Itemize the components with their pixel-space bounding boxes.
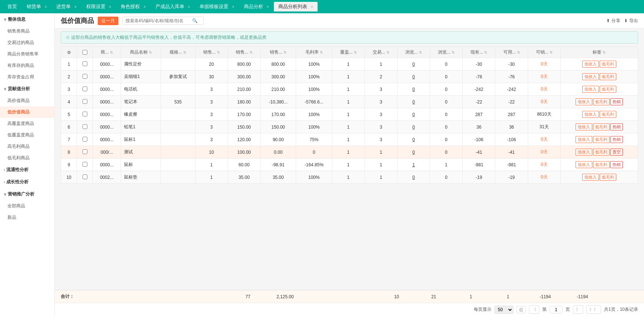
cell-browse1[interactable]: 0 [397, 133, 430, 146]
cell-checkbox[interactable] [77, 159, 93, 171]
col-coverage[interactable]: 覆盖... ⇅ [332, 47, 365, 58]
nav-purchase[interactable]: 进货单 × [52, 2, 81, 11]
row-checkbox[interactable] [83, 137, 87, 142]
cell-spec [161, 146, 195, 159]
col-saleable[interactable]: 可销... ⇅ [528, 47, 560, 58]
sidebar-item-new-goods[interactable]: 新品 [0, 212, 54, 223]
col-sales-qty[interactable]: 销售... ⇅ [195, 47, 228, 58]
row-checkbox[interactable] [83, 112, 87, 116]
sidebar-item-sales-goods[interactable]: 销售类商品 [0, 26, 54, 37]
cell-checkbox[interactable] [77, 121, 93, 133]
cell-browse1[interactable]: 0 [397, 171, 430, 184]
sidebar-item-low-value[interactable]: 低价值商品 [0, 106, 54, 118]
col-avail[interactable]: 可用... ⇅ [495, 47, 528, 58]
browse1-link[interactable]: 0 [412, 175, 415, 180]
first-page-btn[interactable]: ⟨⟨ [516, 306, 526, 313]
browse1-link[interactable]: 0 [412, 125, 415, 130]
per-page-select[interactable]: 50 100 200 [494, 306, 513, 314]
browse1-link[interactable]: 0 [412, 62, 415, 67]
search-input[interactable] [125, 18, 192, 23]
browse1-link[interactable]: 0 [412, 99, 415, 105]
sidebar-item-high-value[interactable]: 高价值商品 [0, 95, 54, 106]
sidebar-item-stock-goods[interactable]: 有库存的商品 [0, 60, 54, 71]
browse1-link[interactable]: 0 [412, 74, 415, 79]
export-btn[interactable]: ⬇ 导出 [624, 18, 638, 24]
cell-checkbox[interactable] [77, 83, 93, 96]
col-code[interactable]: 商... ⇅ [93, 47, 121, 58]
cell-checkbox[interactable] [77, 96, 93, 108]
row-checkbox[interactable] [83, 174, 87, 179]
col-spec[interactable]: 规格... ⇅ [161, 47, 195, 58]
row-checkbox[interactable] [83, 74, 87, 79]
select-all-checkbox[interactable] [83, 50, 87, 55]
cell-idx: 1 [61, 58, 77, 71]
cell-checkbox[interactable] [77, 108, 93, 121]
filter-period-btn[interactable]: 近一月 [98, 17, 118, 25]
col-sales3[interactable]: 销售... ⇅ [261, 47, 296, 58]
col-browse2[interactable]: 浏览... ⇅ [430, 47, 463, 58]
col-name[interactable]: 商品名称 ⇅ [121, 47, 161, 58]
sidebar-group-overall[interactable]: ∨ 整体信息 [0, 13, 54, 26]
browse1-link[interactable]: 1 [412, 162, 415, 167]
nav-template[interactable]: 单据模板设置 × [195, 2, 238, 11]
next-page-btn[interactable]: 〉 [573, 305, 583, 314]
sidebar-group-circulation[interactable]: › 流通性分析 [0, 164, 54, 176]
sidebar-group-growth[interactable]: › 成长性分析 [0, 176, 54, 188]
cell-browse1[interactable]: 0 [397, 108, 430, 121]
row-checkbox[interactable] [83, 61, 87, 66]
page-input[interactable] [550, 306, 563, 313]
share-btn[interactable]: ⬆ 分享 [606, 18, 620, 24]
footer-empty1 [81, 294, 118, 299]
nav-analysis[interactable]: 商品分析 × [239, 2, 273, 11]
row-checkbox[interactable] [83, 99, 87, 104]
col-tags[interactable]: 标签 ⇅ [560, 47, 638, 58]
browse1-link[interactable]: 0 [412, 87, 415, 92]
sidebar-item-high-margin[interactable]: 高毛利商品 [0, 141, 54, 152]
col-checkbox[interactable] [77, 47, 93, 58]
row-checkbox[interactable] [83, 149, 87, 154]
sidebar-item-category-rate[interactable]: 商品分类销售率 [0, 48, 54, 60]
col-gross-rate[interactable]: 毛利率 ⇅ [296, 47, 332, 58]
search-icon[interactable]: 🔍 [192, 18, 198, 23]
sidebar-item-low-coverage[interactable]: 低覆盖度商品 [0, 129, 54, 141]
col-browse1[interactable]: 浏览... ⇅ [397, 47, 430, 58]
nav-product-in[interactable]: 产成品入库单 × [151, 2, 194, 11]
row-checkbox[interactable] [83, 124, 87, 129]
prev-page-btn[interactable]: 〈 [529, 305, 539, 314]
col-sales-amt[interactable]: 销售... ⇅ [228, 47, 260, 58]
cell-browse1[interactable]: 0 [397, 83, 430, 96]
sidebar-item-traded-goods[interactable]: 交易过的商品 [0, 37, 54, 48]
nav-analysis-list[interactable]: 商品分析列表 × [274, 2, 317, 11]
sidebar-item-stock-value[interactable]: 库存资金占用 [0, 71, 54, 83]
sidebar-item-all-goods[interactable]: 全部商品 [0, 200, 54, 212]
cell-browse1[interactable]: 0 [397, 121, 430, 133]
col-settings[interactable]: ⚙ [61, 47, 77, 58]
cell-browse1[interactable]: 0 [397, 146, 430, 159]
cell-checkbox[interactable] [77, 146, 93, 159]
cell-gross-rate: 100% [296, 171, 332, 184]
browse1-link[interactable]: 0 [412, 137, 415, 142]
browse1-link[interactable]: 0 [412, 112, 415, 117]
nav-sales[interactable]: 销货单 × [22, 2, 51, 11]
row-checkbox[interactable] [83, 162, 87, 167]
cell-checkbox[interactable] [77, 71, 93, 83]
cell-checkbox[interactable] [77, 171, 93, 184]
nav-home[interactable]: 首页 [3, 2, 21, 11]
sidebar-group-marketing[interactable]: ∨ 营销推广分析 [0, 188, 54, 200]
cell-browse1[interactable]: 0 [397, 96, 430, 108]
row-checkbox[interactable] [83, 86, 87, 91]
cell-browse1[interactable]: 0 [397, 71, 430, 83]
cell-checkbox[interactable] [77, 58, 93, 71]
cell-browse1[interactable]: 0 [397, 58, 430, 71]
sidebar-item-high-coverage[interactable]: 高覆盖度商品 [0, 118, 54, 129]
sidebar-group-contribution[interactable]: ∨ 贡献值分析 [0, 83, 54, 95]
cell-checkbox[interactable] [77, 133, 93, 146]
browse1-link[interactable]: 0 [412, 150, 415, 155]
cell-browse1[interactable]: 1 [397, 159, 430, 171]
col-stock[interactable]: 现有... ⇅ [463, 47, 495, 58]
last-page-btn[interactable]: 〉〉 [586, 305, 601, 314]
nav-role[interactable]: 角色授权 × [116, 2, 150, 11]
col-trade[interactable]: 交易... ⇅ [365, 47, 397, 58]
nav-permission[interactable]: 权限设置 × [82, 2, 115, 11]
sidebar-item-low-margin[interactable]: 低毛利商品 [0, 152, 54, 164]
